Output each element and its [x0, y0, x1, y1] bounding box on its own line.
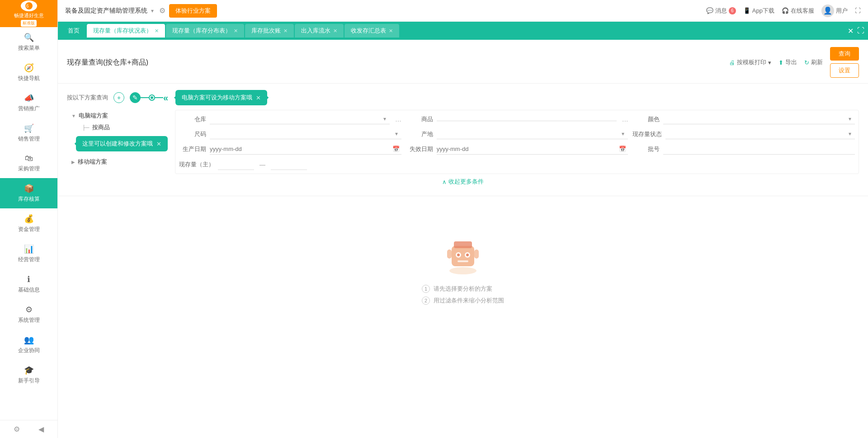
production-date-input[interactable]: 📅 — [210, 144, 401, 155]
scheme-desktop[interactable]: ▼ 电脑端方案 — [71, 110, 168, 122]
dropdown-arrow-icon: ▾ — [151, 8, 154, 14]
size-label: 尺码 — [179, 130, 206, 138]
add-scheme-btn[interactable]: + — [113, 92, 124, 103]
tab-close-icon[interactable]: ✕ — [389, 28, 393, 34]
fullscreen-btn[interactable]: ⛶ — [855, 7, 861, 14]
form-production-date: 生产日期 📅 — [179, 144, 401, 155]
batch-input[interactable] — [663, 144, 855, 155]
sidebar-item-label: 经营管理 — [18, 256, 40, 264]
goods-dots[interactable]: ... — [622, 115, 628, 123]
calendar-icon2[interactable]: 📅 — [617, 146, 628, 152]
tab-stock-dist[interactable]: 现存量（库存分布表） ✕ — [166, 24, 244, 38]
refresh-btn[interactable]: ↻ 刷新 — [804, 58, 823, 66]
origin-select[interactable]: ▾ — [437, 129, 628, 139]
scheme-desktop-label: 电脑端方案 — [79, 112, 108, 120]
production-date-field[interactable] — [210, 144, 391, 154]
sidebar-item-management[interactable]: 📊 经营管理 — [0, 239, 57, 269]
industry-btn[interactable]: 体验行业方案 — [169, 4, 217, 18]
gear-icon: ⚙ — [25, 305, 33, 315]
stock-main-from[interactable] — [218, 159, 254, 170]
expiry-date-input[interactable]: 📅 — [437, 144, 628, 155]
chevron-down-icon5: ▾ — [849, 131, 851, 137]
sidebar-item-nav[interactable]: 🧭 快捷导航 — [0, 57, 57, 88]
empty-state: 1 请先选择要分析的方案 2 用过滤条件来缩小分析范围 — [58, 196, 868, 341]
tab-close-icon[interactable]: ✕ — [234, 28, 238, 34]
system-title: 装备及固定资产辅助管理系统 — [65, 7, 147, 15]
sidebar-item-info[interactable]: ℹ 基础信息 — [0, 269, 57, 299]
warehouse-dots[interactable]: ... — [395, 115, 401, 123]
tab-label: 现存量（库存分布表） — [172, 27, 231, 35]
sidebar-item-system[interactable]: ⚙ 系统管理 — [0, 299, 57, 330]
tab-flow[interactable]: 出入库流水 ✕ — [295, 24, 344, 38]
message-btn[interactable]: 💬 消息 6 — [706, 7, 736, 15]
stock-status-select[interactable]: ▾ — [665, 129, 855, 139]
collapse-label: 收起更多条件 — [448, 178, 484, 186]
size-select[interactable]: ▾ — [210, 129, 401, 139]
sidebar-item-purchase[interactable]: 🛍 采购管理 — [0, 148, 57, 178]
tab-label: 现存量（库存状况表） — [93, 27, 152, 35]
form-batch: 批号 — [632, 144, 855, 155]
search-button[interactable]: 查询 — [830, 47, 859, 61]
stock-main-to[interactable] — [271, 159, 307, 170]
user-btn[interactable]: 👤 用户 — [821, 5, 848, 17]
footer-collapse-icon[interactable]: ◀ — [38, 425, 44, 433]
app-download-label: App下载 — [752, 7, 774, 15]
scheme-desktop-children: ├─ 按商品 — [71, 122, 168, 133]
edit-scheme-icon[interactable]: ✎ — [130, 92, 141, 103]
scheme-mobile[interactable]: ▶ 移动端方案 — [71, 156, 168, 168]
svg-rect-10 — [447, 250, 452, 259]
print-btn[interactable]: 🖨 按模板打印 ▾ — [729, 58, 771, 66]
color-select[interactable]: ▾ — [663, 114, 855, 124]
tab-expand-btn[interactable]: ⛶ — [857, 27, 864, 35]
set-button[interactable]: 设置 — [830, 63, 859, 78]
export-btn[interactable]: ⬆ 导出 — [778, 58, 797, 66]
sidebar-item-sales[interactable]: 🛒 销售管理 — [0, 118, 57, 148]
form-fields-area: 仓库 ▾ ... 商品 — [175, 110, 859, 174]
add-icon[interactable]: + — [113, 92, 124, 103]
tab-close-icon[interactable]: ✕ — [283, 28, 288, 34]
tab-home[interactable]: 首页 — [61, 24, 86, 38]
sidebar-item-search[interactable]: 🔍 搜索菜单 — [0, 27, 57, 57]
tab-close-all-btn[interactable]: ✕ — [848, 27, 854, 35]
online-service-btn[interactable]: 🎧 在线客服 — [782, 7, 814, 15]
online-service-label: 在线客服 — [791, 7, 814, 15]
scheme-desktop-child[interactable]: ├─ 按商品 — [82, 122, 168, 133]
warehouse-select[interactable]: ▾ — [210, 114, 390, 124]
tooltip-close-2[interactable]: ✕ — [156, 141, 161, 147]
svg-rect-9 — [458, 260, 468, 262]
chevron-down-icon4: ▾ — [622, 131, 624, 137]
tooltip-close-1[interactable]: ✕ — [256, 94, 261, 101]
compass-icon: 🧭 — [24, 63, 34, 73]
content-header: 现存量查询(按仓库+商品) 🖨 按模板打印 ▾ ⬆ 导出 ↻ 刷新 — [58, 40, 868, 84]
settings-icon[interactable]: ⚙ — [159, 6, 165, 15]
tab-close-icon[interactable]: ✕ — [333, 28, 337, 34]
sidebar-item-finance[interactable]: 💰 资金管理 — [0, 208, 57, 239]
box-icon: 📦 — [24, 184, 34, 193]
page-title: 现存量查询(按仓库+商品) — [67, 58, 148, 67]
export-icon: ⬆ — [778, 59, 783, 66]
calendar-icon[interactable]: 📅 — [391, 146, 401, 152]
step-num-2: 2 — [422, 297, 430, 305]
app-download-btn[interactable]: 📱 App下载 — [743, 7, 774, 15]
origin-label: 产地 — [406, 130, 433, 138]
expiry-date-field[interactable] — [437, 144, 618, 154]
tab-batch[interactable]: 库存批次账 ✕ — [245, 24, 294, 38]
sidebar-item-stock[interactable]: 📦 库存核算 — [0, 178, 57, 208]
sidebar-item-label: 销售管理 — [18, 135, 40, 143]
tab-stock-status[interactable]: 现存量（库存状况表） ✕ — [87, 24, 165, 38]
goods-label: 商品 — [406, 115, 433, 123]
dollar-icon: 💰 — [24, 214, 34, 224]
collapse-row[interactable]: ∧ 收起更多条件 — [67, 174, 859, 189]
chevron-down-icon3: ▾ — [395, 131, 398, 137]
tab-label: 收发存汇总表 — [351, 27, 386, 35]
goods-select[interactable] — [437, 117, 617, 121]
footer-settings-icon[interactable]: ⚙ — [14, 425, 20, 433]
tab-summary[interactable]: 收发存汇总表 ✕ — [344, 24, 399, 38]
expiry-date-label: 失效日期 — [406, 145, 433, 153]
sidebar-item-collab[interactable]: 👥 企业协同 — [0, 330, 57, 360]
tab-close-icon[interactable]: ✕ — [155, 28, 159, 34]
tree-expand-icon: ▼ — [71, 113, 76, 118]
sidebar-item-guide[interactable]: 🎓 新手引导 — [0, 360, 57, 390]
sidebar-item-marketing[interactable]: 📣 营销推广 — [0, 88, 57, 118]
bag-icon: 🛍 — [25, 154, 33, 163]
